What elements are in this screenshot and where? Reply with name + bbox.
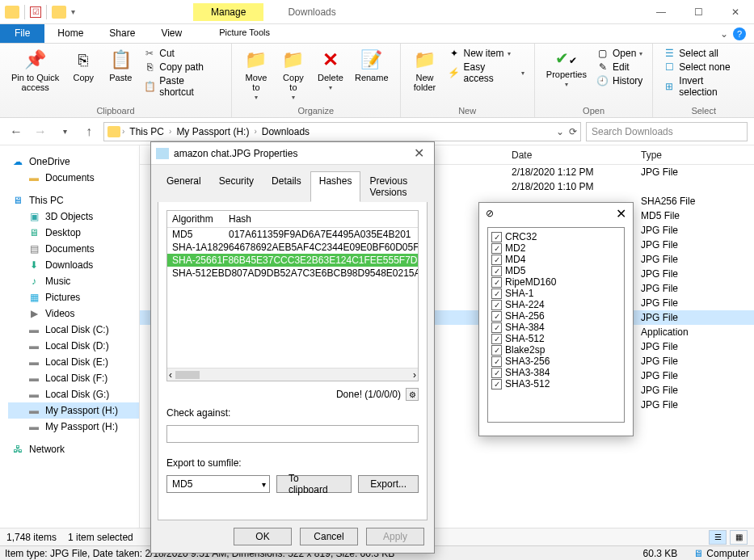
hash-algo-option[interactable]: ✓SHA3-256: [491, 356, 621, 367]
forward-button[interactable]: →: [31, 122, 50, 141]
hash-algo-option[interactable]: ✓SHA3-384: [491, 367, 621, 378]
hash-algo-option[interactable]: ✓SHA3-512: [491, 378, 621, 389]
view-tab[interactable]: View: [148, 24, 195, 43]
ok-button[interactable]: OK: [234, 528, 292, 545]
share-tab[interactable]: Share: [96, 24, 148, 43]
settings-gear-button[interactable]: ⚙: [406, 388, 419, 401]
nav-item[interactable]: Documents: [8, 241, 139, 257]
help-icon[interactable]: ?: [733, 27, 746, 40]
history-button[interactable]: History: [593, 74, 646, 87]
nav-item[interactable]: Downloads: [8, 257, 139, 273]
check-against-input[interactable]: [166, 425, 419, 443]
maximize-button[interactable]: ☐: [680, 0, 717, 24]
app-icon[interactable]: [5, 6, 19, 19]
search-input[interactable]: Search Downloads: [586, 122, 748, 141]
back-button[interactable]: ←: [6, 122, 26, 141]
nav-item[interactable]: Pictures: [8, 289, 139, 305]
move-to-button[interactable]: Move to▾: [238, 47, 274, 103]
pin-to-quick-access-button[interactable]: Pin to Quick access: [6, 47, 64, 94]
address-dropdown-icon[interactable]: ⌄: [556, 126, 564, 137]
dialog-close-button[interactable]: ✕: [409, 145, 429, 161]
cancel-button[interactable]: Cancel: [300, 528, 358, 545]
to-clipboard-button[interactable]: To clipboard: [276, 475, 352, 493]
hash-algo-option[interactable]: ✓CRC32: [491, 231, 621, 242]
nav-item[interactable]: My Passport (H:): [8, 402, 139, 419]
nav-this-pc[interactable]: This PC: [8, 192, 139, 208]
delete-button[interactable]: Delete▾: [313, 47, 348, 93]
export-format-select[interactable]: MD5: [166, 475, 270, 493]
picture-tools-tab[interactable]: Picture Tools: [206, 24, 283, 43]
hash-algo-option[interactable]: ✓SHA-384: [491, 322, 621, 333]
hash-row[interactable]: SHA-25661F86B45E37CCC3E2B63E124C1FEE555F…: [167, 254, 418, 267]
close-button[interactable]: ✕: [717, 0, 754, 24]
invert-selection-button[interactable]: Invert selection: [659, 74, 748, 99]
hash-row[interactable]: SHA-1A182964678692AEB5AF4C2344E09E0BF60D…: [167, 241, 418, 254]
address-bar[interactable]: › This PC› My Passport (H:)› Downloads ⌄…: [103, 122, 581, 141]
nav-item[interactable]: 3D Objects: [8, 208, 139, 225]
popup-close-button[interactable]: ✕: [616, 206, 626, 221]
breadcrumb[interactable]: Downloads: [259, 126, 313, 137]
nav-documents[interactable]: Documents: [8, 170, 139, 186]
nav-item[interactable]: Local Disk (D:): [8, 338, 139, 354]
hash-algo-option[interactable]: ✓SHA-512: [491, 333, 621, 344]
paste-shortcut-button[interactable]: Paste shortcut: [140, 74, 225, 99]
refresh-button[interactable]: ⟳: [569, 126, 577, 137]
breadcrumb[interactable]: This PC: [126, 126, 167, 137]
nav-item[interactable]: My Passport (H:): [8, 419, 139, 435]
nav-item[interactable]: Local Disk (F:): [8, 370, 139, 386]
dialog-tab[interactable]: Security: [210, 171, 263, 202]
copy-to-button[interactable]: Copy to▾: [276, 47, 311, 103]
new-item-button[interactable]: New item ▾: [444, 47, 528, 60]
hash-algo-option[interactable]: ✓SHA-224: [491, 299, 621, 310]
select-none-button[interactable]: Select none: [659, 61, 748, 74]
minimize-button[interactable]: —: [642, 0, 680, 24]
col-type[interactable]: Type: [641, 149, 754, 161]
details-view-button[interactable]: ☰: [709, 530, 727, 545]
qat-prop-icon[interactable]: ☑: [30, 6, 41, 18]
col-hash[interactable]: Hash: [229, 213, 251, 225]
dialog-tab[interactable]: Hashes: [310, 171, 361, 202]
copy-path-button[interactable]: Copy path: [140, 61, 225, 74]
col-algorithm[interactable]: Algorithm: [172, 213, 229, 225]
new-folder-button[interactable]: New folder: [407, 47, 443, 94]
up-button[interactable]: ↑: [79, 122, 99, 141]
select-all-button[interactable]: Select all: [659, 47, 748, 60]
nav-network[interactable]: Network: [8, 441, 139, 457]
recent-locations-button[interactable]: ▾: [55, 122, 74, 141]
home-tab[interactable]: Home: [44, 24, 96, 43]
edit-button[interactable]: Edit: [593, 61, 646, 74]
hash-algo-option[interactable]: ✓RipeMD160: [491, 276, 621, 288]
hash-hscroll[interactable]: ‹›: [167, 368, 418, 381]
manage-context-tab[interactable]: Manage: [193, 3, 263, 21]
paste-button[interactable]: Paste: [103, 47, 138, 84]
cut-button[interactable]: Cut: [140, 47, 225, 60]
breadcrumb[interactable]: My Passport (H:): [173, 126, 252, 137]
properties-button[interactable]: ✔Properties▾: [541, 47, 592, 90]
nav-onedrive[interactable]: OneDrive: [8, 154, 139, 170]
ribbon-collapse-icon[interactable]: ⌄: [720, 28, 728, 40]
dialog-tab[interactable]: Details: [263, 171, 310, 202]
rename-button[interactable]: Rename: [350, 47, 394, 84]
dialog-tab[interactable]: General: [158, 171, 210, 202]
hash-algo-option[interactable]: ✓Blake2sp: [491, 344, 621, 356]
nav-item[interactable]: Local Disk (G:): [8, 386, 139, 402]
nav-item[interactable]: Desktop: [8, 225, 139, 241]
hash-row[interactable]: MD5017A611359F9AD6A7E4495A035E4B201: [167, 228, 418, 241]
nav-item[interactable]: Local Disk (C:): [8, 322, 139, 338]
copy-button[interactable]: Copy: [65, 47, 101, 84]
easy-access-button[interactable]: Easy access ▾: [444, 61, 528, 85]
apply-button[interactable]: Apply: [366, 528, 424, 545]
nav-item[interactable]: Local Disk (E:): [8, 354, 139, 370]
qat-folder-icon[interactable]: [52, 6, 66, 19]
hash-row[interactable]: SHA-512EBD807AD9DB52A7C3E6BCB98D9548E021…: [167, 267, 418, 280]
hash-algo-option[interactable]: ✓MD4: [491, 254, 621, 265]
large-icons-view-button[interactable]: ▦: [730, 530, 748, 545]
hash-algo-option[interactable]: ✓SHA-1: [491, 288, 621, 299]
file-tab[interactable]: File: [0, 24, 44, 43]
hash-algo-option[interactable]: ✓MD2: [491, 242, 621, 254]
nav-item[interactable]: Videos: [8, 305, 139, 322]
col-date[interactable]: Date: [512, 149, 641, 161]
nav-item[interactable]: Music: [8, 273, 139, 289]
hash-algo-option[interactable]: ✓SHA-256: [491, 310, 621, 322]
dialog-tab[interactable]: Previous Versions: [360, 171, 428, 202]
